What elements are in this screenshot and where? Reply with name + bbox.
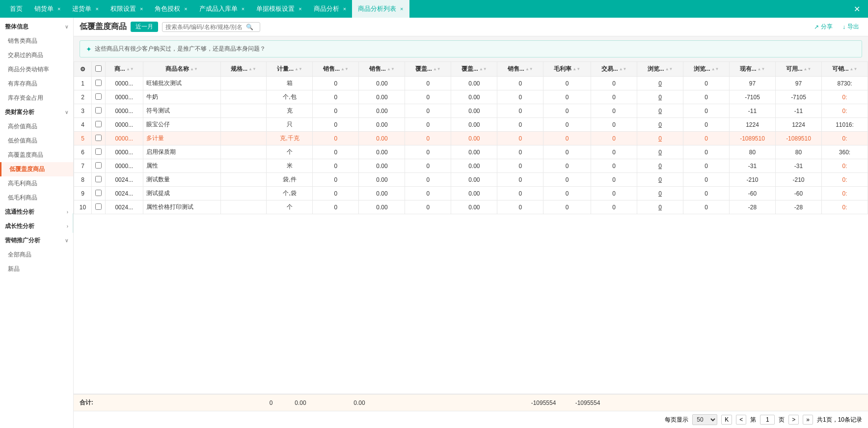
browse-link[interactable]: 0 — [658, 121, 662, 128]
cell-spec — [220, 90, 267, 104]
nav-item-角色授权[interactable]: 角色授权× — [149, 0, 193, 18]
row-checkbox[interactable] — [95, 148, 102, 155]
nav-close-icon[interactable]: × — [140, 0, 143, 18]
sort-icon-unit[interactable]: ▲▼ — [295, 67, 302, 71]
row-checkbox[interactable] — [95, 80, 102, 86]
period-button[interactable]: 近一月 — [131, 22, 158, 32]
sort-icon-sales2[interactable]: ▲▼ — [525, 67, 533, 71]
browse-link[interactable]: 0 — [658, 163, 662, 170]
sidebar-item-高覆盖度商品[interactable]: 高覆盖度商品 — [0, 148, 73, 162]
red-value: 0: — [842, 163, 847, 170]
cell-trans: 0 — [591, 118, 637, 132]
sidebar-section-类财富分析[interactable]: 类财富分析∨ — [0, 105, 73, 119]
sort-icon-sales_qty[interactable]: ▲▼ — [341, 67, 349, 71]
sidebar-item-全部商品[interactable]: 全部商品 — [0, 248, 73, 262]
red-value: 0: — [842, 94, 847, 101]
nav-close-icon[interactable]: × — [242, 0, 244, 18]
row-checkbox[interactable] — [95, 107, 102, 114]
cell-cover2: 0.00 — [451, 118, 497, 132]
sidebar-item-高价值商品[interactable]: 高价值商品 — [0, 119, 73, 134]
cell-browse2: 0 — [683, 132, 730, 145]
search-icon[interactable]: 🔍 — [246, 24, 253, 30]
nav-item-单据模板设置[interactable]: 单据模板设置× — [250, 0, 307, 18]
sidebar-item-高毛利商品[interactable]: 高毛利商品 — [0, 176, 73, 191]
next-page-button[interactable]: > — [788, 415, 799, 425]
nav-close-icon[interactable]: × — [184, 0, 187, 18]
cell-code: 0000... — [106, 132, 143, 145]
browse-link[interactable]: 0 — [658, 149, 662, 156]
page-number-input[interactable] — [760, 415, 775, 425]
row-checkbox[interactable] — [95, 176, 102, 182]
sort-icon-sales_amt[interactable]: ▲▼ — [387, 67, 395, 71]
row-checkbox[interactable] — [95, 121, 102, 127]
sidebar-item-库存资金占用[interactable]: 库存资金占用 — [0, 91, 73, 105]
browse-link[interactable]: 0 — [658, 94, 662, 101]
sort-icon-stock2[interactable]: ▲▼ — [804, 67, 812, 71]
sort-icon-browse1[interactable]: ▲▼ — [665, 67, 673, 71]
cell-spec — [220, 118, 267, 132]
cell-cover2: 0.00 — [451, 173, 497, 187]
search-input[interactable] — [165, 24, 244, 30]
row-checkbox[interactable] — [95, 203, 102, 210]
browse-link[interactable]: 0 — [658, 176, 662, 183]
sidebar-section-营销推广分析[interactable]: 营销推广分析∨ — [0, 233, 73, 248]
nav-close-icon[interactable]: × — [57, 0, 60, 18]
per-page-select[interactable]: 50 100 200 — [692, 414, 717, 425]
browse-link[interactable]: 0 — [658, 135, 662, 142]
sidebar-section-流通性分析[interactable]: 流通性分析› — [0, 205, 73, 219]
sidebar-item-低价值商品[interactable]: 低价值商品 — [0, 134, 73, 148]
sort-icon-gross_rate[interactable]: ▲▼ — [572, 67, 580, 71]
sidebar-item-低毛利商品[interactable]: 低毛利商品 — [0, 191, 73, 205]
nav-close-icon[interactable]: × — [343, 0, 346, 18]
sort-icon-stock1[interactable]: ▲▼ — [758, 67, 765, 71]
sidebar-section-成长性分析[interactable]: 成长性分析› — [0, 219, 73, 233]
sort-icon-name[interactable]: ▲▼ — [190, 67, 198, 71]
col-label-browse1: 浏览... — [648, 65, 664, 73]
nav-close-icon[interactable]: × — [400, 0, 403, 18]
sidebar-section-label: 整体信息 — [5, 23, 28, 31]
select-all-checkbox[interactable] — [95, 65, 102, 72]
sidebar-item-交易过的商品[interactable]: 交易过的商品 — [0, 48, 73, 62]
row-checkbox[interactable] — [95, 190, 102, 196]
export-button[interactable]: ↓ 导出 — [840, 22, 862, 32]
cell-name: 测试提成 — [143, 187, 220, 200]
last-page-button[interactable]: » — [803, 415, 813, 425]
sort-icon-code[interactable]: ▲▼ — [126, 67, 134, 71]
row-checkbox[interactable] — [95, 93, 102, 100]
browse-link[interactable]: 0 — [658, 190, 662, 197]
browse-link[interactable]: 0 — [658, 204, 662, 211]
nav-item-进货单[interactable]: 进货单× — [66, 0, 104, 18]
sidebar-item-有库存商品[interactable]: 有库存商品 — [0, 77, 73, 91]
settings-icon[interactable]: ⚙ — [80, 66, 85, 73]
browse-link[interactable]: 0 — [658, 108, 662, 114]
sort-icon-cover2[interactable]: ▲▼ — [479, 67, 487, 71]
sort-icon-browse2[interactable]: ▲▼ — [711, 67, 719, 71]
browse-link[interactable]: 0 — [658, 80, 662, 87]
share-button[interactable]: ↗ 分享 — [811, 22, 836, 32]
sidebar-section-整体信息[interactable]: 整体信息∨ — [0, 20, 73, 34]
nav-close-icon[interactable]: × — [95, 0, 98, 18]
first-page-button[interactable]: K — [721, 415, 732, 425]
cell-browse2: 0 — [683, 145, 730, 159]
nav-item-产成品入库单[interactable]: 产成品入库单× — [193, 0, 250, 18]
nav-item-权限设置[interactable]: 权限设置× — [105, 0, 149, 18]
page-title: 低覆盖度商品 — [80, 22, 127, 32]
col-label-unit: 计量... — [277, 65, 294, 73]
sort-icon-sellable[interactable]: ▲▼ — [850, 67, 858, 71]
sidebar-item-销售类商品[interactable]: 销售类商品 — [0, 34, 73, 48]
sidebar-item-商品分类动销率[interactable]: 商品分类动销率 — [0, 62, 73, 77]
prev-page-button[interactable]: < — [736, 415, 746, 425]
sidebar-item-新品[interactable]: 新品 — [0, 262, 73, 276]
sort-icon-spec[interactable]: ▲▼ — [248, 67, 256, 71]
row-checkbox[interactable] — [95, 135, 102, 141]
nav-item-首页[interactable]: 首页 — [4, 0, 28, 18]
nav-item-商品分析[interactable]: 商品分析× — [308, 0, 352, 18]
window-close-button[interactable]: ✕ — [850, 4, 864, 14]
sidebar-item-低覆盖度商品[interactable]: 低覆盖度商品 — [0, 162, 73, 176]
row-checkbox[interactable] — [95, 162, 102, 169]
sort-icon-trans[interactable]: ▲▼ — [619, 67, 627, 71]
nav-item-商品分析列表[interactable]: 商品分析列表× — [352, 0, 409, 18]
sort-icon-cover1[interactable]: ▲▼ — [433, 67, 441, 71]
nav-item-销货单[interactable]: 销货单× — [28, 0, 66, 18]
nav-close-icon[interactable]: × — [298, 0, 301, 18]
